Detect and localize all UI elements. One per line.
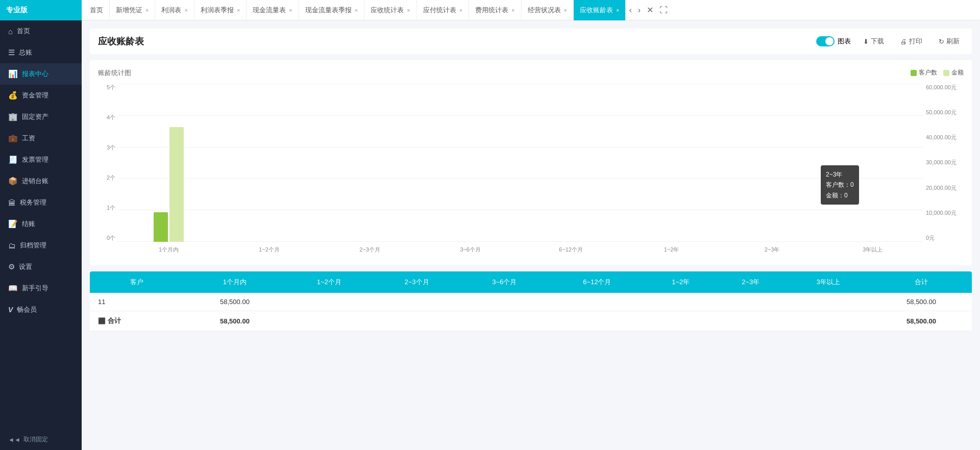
- tab-cashflow-q-close[interactable]: ×: [355, 7, 358, 13]
- sidebar-item-invoice[interactable]: 🧾 发票管理: [0, 149, 82, 170]
- total-total: 58,500.00: [871, 311, 972, 331]
- tab-close-all[interactable]: ✕: [644, 0, 656, 20]
- sidebar-item-report[interactable]: 📊 报表中心: [0, 63, 82, 85]
- total-month23: [373, 311, 461, 331]
- tab-home[interactable]: 首页: [84, 0, 110, 20]
- sidebar-item-salary[interactable]: 💼 工资: [0, 128, 82, 149]
- print-icon: 🖨: [900, 38, 907, 45]
- tab-cashflow-q[interactable]: 现金流量表季报 ×: [299, 0, 364, 20]
- tab-voucher-close[interactable]: ×: [145, 7, 149, 13]
- cell-year3plus: [786, 293, 871, 311]
- chart-inner: 2~3年 客户数：0 金额：0 1个月内 1~2个月 2~3个月 3~6个月 6…: [118, 84, 923, 257]
- sidebar-item-tax[interactable]: 🏛 税务管理: [0, 192, 82, 213]
- refresh-button[interactable]: ↻ 刷新: [935, 35, 964, 48]
- y-left-4: 4个: [107, 114, 115, 121]
- tab-ar-stat-label: 应收统计表: [371, 6, 404, 15]
- tab-profit-q-close[interactable]: ×: [237, 7, 240, 13]
- page-actions: 图表 ⬇ 下载 🖨 打印 ↻ 刷新: [816, 35, 964, 48]
- col-month1: 1个月内: [184, 271, 285, 293]
- sidebar-label-invoice: 发票管理: [22, 155, 48, 164]
- tab-ar-aging-close[interactable]: ×: [616, 7, 619, 13]
- tab-voucher[interactable]: 新增凭证 ×: [110, 0, 155, 20]
- tab-profit[interactable]: 利润表 ×: [155, 0, 194, 20]
- tab-expense[interactable]: 费用统计表 ×: [469, 0, 521, 20]
- col-month12: 1~2个月: [285, 271, 373, 293]
- cell-month612: [548, 293, 646, 311]
- table-total-row: ⬛ 合计 58,500.00 58,500.00: [90, 311, 972, 331]
- archive-icon: 🗂: [8, 241, 16, 250]
- col-customer: 客户: [90, 271, 184, 293]
- tax-icon: 🏛: [8, 198, 16, 207]
- col-total: 合计: [871, 271, 972, 293]
- chart-toggle[interactable]: 图表: [816, 36, 851, 46]
- tab-cashflow-label: 现金流量表: [253, 6, 286, 15]
- tab-scroll-right[interactable]: ›: [635, 0, 644, 20]
- tab-profit-q[interactable]: 利润表季报 ×: [194, 0, 247, 20]
- sidebar-item-archive[interactable]: 🗂 归档管理: [0, 235, 82, 256]
- toggle-thumb: [825, 37, 834, 45]
- download-icon: ⬇: [863, 38, 869, 45]
- col-year12: 1~2年: [646, 271, 716, 293]
- total-month612: [548, 311, 646, 331]
- download-button[interactable]: ⬇ 下载: [859, 35, 888, 48]
- cell-month1: 58,500.00: [184, 293, 285, 311]
- content-area: 应收账龄表 图表 ⬇ 下载 🖨 打印 ↻ 刷新: [82, 20, 980, 450]
- tab-ap-stat[interactable]: 应付统计表 ×: [417, 0, 469, 20]
- sidebar-label-assets: 固定资产: [22, 112, 48, 121]
- sidebar-label-salary: 工资: [22, 134, 35, 143]
- invoice-icon: 🧾: [8, 155, 18, 164]
- tab-profit-label: 利润表: [161, 6, 181, 15]
- bars-row: [118, 84, 923, 242]
- cell-month23: [373, 293, 461, 311]
- sidebar-label-report: 报表中心: [22, 69, 48, 79]
- tab-cashflow[interactable]: 现金流量表 ×: [247, 0, 299, 20]
- settings-icon: ⚙: [8, 262, 15, 271]
- sidebar-item-purchase[interactable]: 📦 进销台账: [0, 170, 82, 192]
- sidebar-item-finance[interactable]: 💰 资金管理: [0, 85, 82, 106]
- tab-expand[interactable]: ⛶: [656, 0, 671, 20]
- sidebar-item-guide[interactable]: 📖 新手引导: [0, 278, 82, 299]
- refresh-label: 刷新: [946, 37, 960, 46]
- tab-biz[interactable]: 经营状况表 ×: [522, 0, 574, 20]
- print-button[interactable]: 🖨 打印: [896, 35, 926, 48]
- table-header-row: 客户 1个月内 1~2个月 2~3个月 3~6个月 6~12个月 1~2年 2~…: [90, 271, 972, 293]
- x-label-6: 2~3年: [722, 246, 822, 254]
- toggle-track[interactable]: [816, 36, 835, 46]
- y-left-1: 1个: [107, 204, 115, 212]
- sidebar-item-assets[interactable]: 🏢 固定资产: [0, 106, 82, 128]
- tab-cashflow-close[interactable]: ×: [289, 7, 292, 13]
- tab-ap-stat-label: 应付统计表: [423, 6, 456, 15]
- y-axis-left: 5个 4个 3个 2个 1个 0个: [98, 84, 118, 257]
- print-label: 打印: [909, 37, 922, 46]
- x-label-0: 1个月内: [118, 246, 219, 254]
- tab-expense-label: 费用统计表: [475, 6, 508, 15]
- y-right-20k: 20,000.00元: [926, 184, 957, 192]
- tab-ar-stat[interactable]: 应收统计表 ×: [364, 0, 416, 20]
- tab-scroll-left[interactable]: ‹: [626, 0, 634, 20]
- chart-legend: 客户数 金额: [911, 68, 964, 77]
- tab-profit-close[interactable]: ×: [184, 7, 187, 13]
- sidebar-item-vip[interactable]: V 畅会员: [0, 299, 82, 320]
- tab-biz-close[interactable]: ×: [564, 7, 567, 13]
- tab-ar-aging[interactable]: 应收账龄表 ×: [574, 0, 626, 20]
- tab-ap-stat-close[interactable]: ×: [459, 7, 462, 13]
- page-header: 应收账龄表 图表 ⬇ 下载 🖨 打印 ↻ 刷新: [90, 29, 972, 54]
- vip-icon: V: [8, 306, 13, 314]
- tab-cashflow-q-label: 现金流量表季报: [305, 6, 352, 15]
- sidebar-item-close[interactable]: 📝 结账: [0, 213, 82, 235]
- y-axis-right: 60,000.00元 50,000.00元 40,000.00元 30,000.…: [923, 84, 964, 257]
- total-year3plus: [786, 311, 871, 331]
- finance-icon: 💰: [8, 91, 18, 100]
- sidebar-item-home[interactable]: ⌂ 首页: [0, 20, 82, 42]
- sidebar-item-ledger[interactable]: ☰ 总账: [0, 42, 82, 63]
- sidebar-pin-toggle[interactable]: ◄◄ 取消固定: [0, 429, 82, 450]
- tab-ar-stat-close[interactable]: ×: [407, 7, 410, 13]
- tab-expense-close[interactable]: ×: [511, 7, 514, 13]
- sidebar-item-settings[interactable]: ⚙ 设置: [0, 256, 82, 278]
- total-month1: 58,500.00: [184, 311, 285, 331]
- x-label-4: 6~12个月: [521, 246, 621, 254]
- col-month23: 2~3个月: [373, 271, 461, 293]
- y-left-0: 0个: [107, 234, 115, 242]
- tab-home-label: 首页: [90, 6, 103, 15]
- y-right-50k: 50,000.00元: [926, 109, 957, 116]
